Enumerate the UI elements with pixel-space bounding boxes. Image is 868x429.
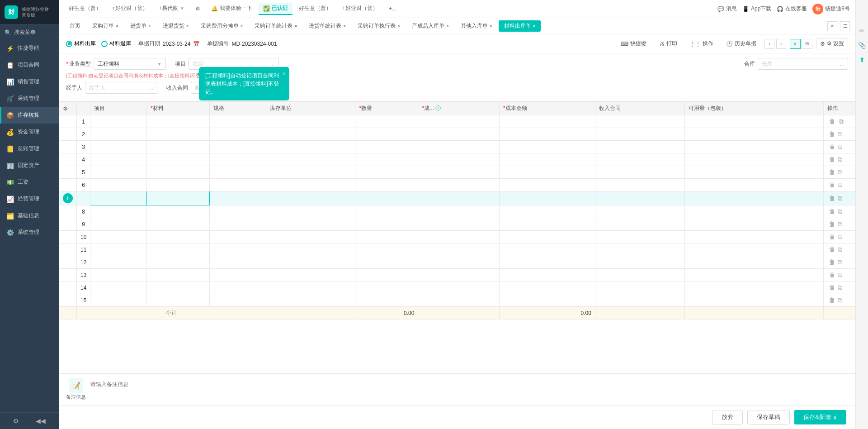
cell-unit[interactable] [266, 115, 355, 128]
tab-purchase-stats[interactable]: 采购订单统计表 × [249, 20, 302, 32]
topbar-tab-certified[interactable]: ✅ 已认证 [259, 3, 292, 15]
topbar-online-service[interactable]: 🎧 在线客服 [777, 5, 807, 13]
tab-goods-receipt[interactable]: 进货单 × [125, 20, 156, 32]
sidebar-item-system[interactable]: ⚙️ 系统管理 [0, 224, 59, 241]
topbar-tab-haoyecai2[interactable]: +好业财（普） [338, 3, 382, 15]
delete-row-btn[interactable]: 🗑 [827, 130, 836, 138]
copy-row-btn[interactable]: ⧉ [836, 168, 844, 176]
sidebar-item-sales[interactable]: 📊 销售管理 [0, 73, 59, 90]
topbar-tab-haoyecai[interactable]: +好业财（普） [108, 3, 152, 15]
delete-row-btn[interactable]: 🗑 [827, 296, 836, 304]
delete-row-btn[interactable]: 🗑 [827, 168, 836, 176]
cell-project[interactable] [90, 115, 147, 128]
copy-row-btn[interactable]: ⧉ [836, 143, 844, 151]
radio-material-return[interactable]: 材料退库 [101, 40, 131, 48]
copy-row-btn[interactable]: ⧉ [836, 156, 844, 163]
tab-other-inbound[interactable]: 其他入库单 × [455, 20, 498, 32]
delete-row-btn[interactable]: 🗑 [827, 271, 836, 278]
add-row-btn[interactable]: + [63, 193, 73, 203]
operations-btn[interactable]: ⋮⋮ 操作 [685, 38, 718, 49]
sidebar-item-finance[interactable]: 💰 资金管理 [0, 124, 59, 140]
prev-record-btn[interactable]: ‹ [764, 39, 774, 49]
delete-row-btn[interactable]: 🗑 [827, 233, 836, 240]
copy-row-btn[interactable]: ⧉ [836, 181, 844, 189]
save-new-button[interactable]: 保存&新增 ∧ [794, 410, 846, 424]
right-panel-edit-icon[interactable]: ✏ [859, 27, 865, 34]
copy-row-btn[interactable]: ⧉ [836, 130, 844, 138]
page-settings-btn[interactable]: ⚙ ⚙ 设置 [816, 38, 848, 49]
sidebar-item-ledger[interactable]: 📒 总账管理 [0, 140, 59, 157]
print-btn[interactable]: 🖨 打印 [655, 38, 682, 49]
cell-material[interactable] [147, 115, 210, 128]
cell-qty[interactable] [355, 115, 418, 128]
delete-row-btn[interactable]: 🗑 [827, 156, 836, 163]
right-panel-share-icon[interactable]: ⬆ [859, 56, 865, 63]
tooltip-close-btn[interactable]: × [283, 70, 286, 78]
history-btn[interactable]: 🕐 历史单据 [722, 38, 761, 49]
copy-row-btn[interactable]: ⧉ [836, 246, 844, 253]
tab-product-inbound[interactable]: 产成品入库单 × [406, 20, 454, 32]
calendar-icon[interactable]: 📅 [193, 41, 200, 47]
right-panel-clip-icon[interactable]: 📎 [858, 42, 866, 49]
sidebar-item-salary[interactable]: 💵 工资 [0, 174, 59, 191]
tab-home[interactable]: 首页 [64, 20, 86, 32]
business-type-select[interactable]: 工程领料 ▼ [94, 58, 166, 70]
sidebar-item-base[interactable]: 🗂️ 基础信息 [0, 207, 59, 224]
cell-cost-amt[interactable] [499, 115, 595, 128]
copy-row-btn[interactable]: ⧉ [838, 118, 845, 125]
sidebar-item-ops[interactable]: 📈 经营管理 [0, 191, 59, 207]
col-header-settings[interactable]: ⚙ [59, 102, 77, 115]
copy-row-btn[interactable]: ⧉ [836, 220, 844, 228]
tab-goods-return[interactable]: 进退货货 × [157, 20, 194, 32]
delete-row-btn[interactable]: 🗑 [827, 143, 836, 150]
close-tab-other-inbound[interactable]: × [490, 24, 492, 29]
grid-view-btn[interactable]: ⊞ [802, 39, 812, 49]
close-tab-btn[interactable]: ✕ [827, 21, 837, 31]
copy-row-btn[interactable]: ⧉ [836, 284, 844, 291]
close-tab-goods-return[interactable]: × [186, 24, 189, 29]
settings-bottom-icon[interactable]: ⚙ [13, 417, 19, 424]
topbar-tab-haoshengyi2[interactable]: 好生意（普） [294, 3, 336, 15]
cell-cost[interactable] [418, 115, 500, 128]
close-tab-material-outbound[interactable]: × [533, 24, 536, 29]
warehouse-select[interactable]: 仓库 … [758, 58, 848, 70]
cost-info-icon[interactable]: ⓘ [435, 105, 441, 111]
topbar-app-download[interactable]: 📱 App下载 [742, 5, 771, 13]
topbar-messages[interactable]: 💬 消息 [717, 5, 737, 13]
tab-purchase-order[interactable]: 采购订单 × [87, 20, 124, 32]
close-tab-goods-stats[interactable]: × [343, 24, 346, 29]
copy-row-btn[interactable]: ⧉ [836, 258, 844, 266]
handler-select[interactable]: 经手人 … [85, 82, 157, 94]
close-tab-product-inbound[interactable]: × [446, 24, 449, 29]
copy-row-btn[interactable]: ⧉ [836, 271, 844, 279]
cell-income[interactable] [595, 115, 684, 128]
list-view-btn[interactable]: ≡ [790, 39, 801, 49]
delete-row-btn[interactable]: 🗑 [827, 284, 836, 291]
close-tab-purchase-alloc[interactable]: × [241, 24, 243, 29]
tab-purchase-exec[interactable]: 采购订单执行表 × [352, 20, 406, 32]
delete-row-btn[interactable]: 🗑 [827, 118, 836, 125]
topbar-tab-more[interactable]: +... [384, 4, 401, 14]
cell-spec[interactable] [210, 115, 266, 128]
shortcut-key-btn[interactable]: ⌨ 快捷键 [616, 38, 651, 49]
sidebar-item-assets[interactable]: 🏢 固定资产 [0, 157, 59, 174]
radio-material-out[interactable]: 材料出库 [66, 40, 96, 48]
tab-purchase-alloc[interactable]: 采购费用分摊单 × [195, 20, 249, 32]
close-tab-purchase-exec[interactable]: × [397, 24, 400, 29]
search-menu[interactable]: 🔍 搜索菜单 [0, 25, 59, 40]
delete-row-btn[interactable]: 🗑 [827, 208, 836, 215]
close-tab-purchase-stats[interactable]: × [294, 24, 297, 29]
cell-avail[interactable] [684, 115, 823, 128]
copy-row-btn[interactable]: ⧉ [836, 296, 844, 304]
remarks-input[interactable] [90, 378, 848, 390]
topbar-tab-experience[interactable]: 🔔 我要体验一下 [207, 3, 257, 15]
topbar-tab-haoshengyi[interactable]: 好生意（普） [64, 3, 106, 15]
delete-row-btn[interactable]: 🗑 [827, 246, 836, 253]
sidebar-item-shortcut[interactable]: ⚡ 快捷导航 [0, 40, 59, 57]
topbar-user[interactable]: 畅 畅捷通8号 [812, 4, 850, 14]
delete-row-btn[interactable]: 🗑 [827, 181, 836, 188]
tab-goods-stats[interactable]: 进货单统计表 × [303, 20, 351, 32]
topbar-tab-yidaizhang[interactable]: +易代账 ▼ [154, 3, 189, 15]
next-record-btn[interactable]: › [776, 39, 786, 49]
topbar-tab-settings[interactable]: ⚙ [191, 4, 205, 14]
